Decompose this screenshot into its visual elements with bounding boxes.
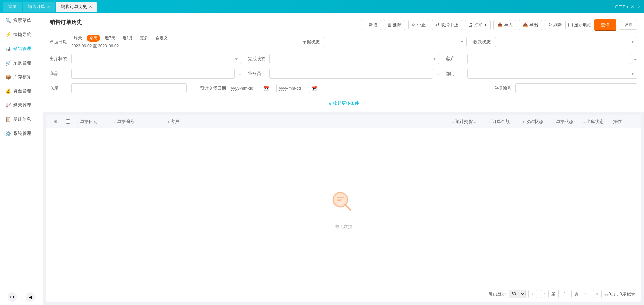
filter-payment-status: 收款状态 ▼ <box>473 37 637 47</box>
svg-rect-4 <box>337 200 341 201</box>
department-select[interactable]: ▼ <box>467 69 637 79</box>
th-number[interactable]: ↕ 单据编号 <box>111 119 165 125</box>
doc-number-input[interactable] <box>515 83 637 93</box>
export-button[interactable]: 📤 导出 <box>519 20 542 30</box>
tab-sales-order[interactable]: 销售订单 ✕ <box>23 2 55 12</box>
next-page-button[interactable]: › <box>582 290 590 298</box>
th-customer[interactable]: ↕ 客户 <box>165 119 449 125</box>
delivery-date-end-icon[interactable]: 📅 <box>311 86 317 91</box>
prev-page-button[interactable]: ‹ <box>540 290 549 298</box>
doc-status-select[interactable]: ▼ <box>324 37 466 47</box>
salesperson-ellipsis[interactable]: ··· <box>436 71 439 76</box>
outbound-status-select[interactable]: ▼ <box>71 54 241 64</box>
settings-button[interactable]: 设置 <box>619 20 637 30</box>
top-bar-close-icon[interactable]: ✕ <box>631 4 634 9</box>
sidebar-item-operations[interactable]: 📈 经营管理 <box>0 98 43 112</box>
table-area: ⚙ ↕ 单据日期 ↕ 单据编号 ↕ 客户 ↕ 预计交货... ↕ 订单金额 <box>46 115 641 302</box>
stop-label: 中止 <box>417 22 426 28</box>
department-arrow: ▼ <box>631 72 634 76</box>
page-word: 第 <box>551 291 556 297</box>
display-toggle-checkbox[interactable] <box>568 23 573 27</box>
svg-rect-3 <box>337 199 342 200</box>
th-outbound-status[interactable]: ↕ 出库状态 <box>580 119 610 125</box>
customer-ellipsis[interactable]: ··· <box>634 56 637 62</box>
sidebar-item-quick-nav[interactable]: ⚡ 快捷导航 <box>0 28 43 42</box>
collapse-bar[interactable]: ∧ 收起更多条件 <box>50 98 637 106</box>
quick-nav-icon: ⚡ <box>5 32 11 37</box>
date-btn-more[interactable]: 更多 <box>137 35 151 42</box>
delivery-date-end[interactable] <box>276 84 310 93</box>
toolbar: + 新增 🗑 删除 ⊘ 中止 ↺ 取消中止 <box>361 19 637 31</box>
th-doc-status[interactable]: ↕ 单据状态 <box>550 119 580 125</box>
delivery-date-start[interactable] <box>229 84 262 93</box>
th-action: 操作 <box>610 119 637 125</box>
stop-button[interactable]: ⊘ 中止 <box>408 20 429 30</box>
sidebar-item-search[interactable]: 🔍 搜索菜单 <box>0 13 43 28</box>
date-label: 单据日期 <box>50 39 69 45</box>
display-toggle[interactable]: 显示明细 <box>568 22 592 28</box>
warehouse-input[interactable] <box>71 83 187 93</box>
print-button[interactable]: 🖨 打印 ▼ <box>465 20 491 30</box>
page-title: 销售订单历史 <box>50 19 82 26</box>
sidebar-item-sales-label: 销售管理 <box>13 46 31 52</box>
tab-sales-history-close[interactable]: ✕ <box>89 5 92 9</box>
delete-button[interactable]: 🗑 删除 <box>384 20 405 30</box>
th-delivery[interactable]: ↕ 预计交货... <box>449 119 486 125</box>
th-settings[interactable]: ⚙ <box>50 119 62 124</box>
date-btn-1month[interactable]: 近1月 <box>120 35 136 42</box>
empty-state: 暂无数据 <box>46 128 641 286</box>
select-all-checkbox[interactable] <box>66 119 70 124</box>
tab-sales-order-close[interactable]: ✕ <box>47 5 50 9</box>
sidebar-settings-icon[interactable]: ⚙ <box>8 292 17 302</box>
sidebar-collapse-icon[interactable]: ◀ <box>26 292 35 302</box>
empty-illustration <box>327 185 360 218</box>
add-button[interactable]: + 新增 <box>361 20 381 30</box>
filter-customer: 客户 ··· <box>446 54 637 64</box>
sidebar-item-purchase[interactable]: 🛒 采购管理 <box>0 56 43 70</box>
page-label: 页 <box>574 291 579 297</box>
customer-input[interactable] <box>467 54 631 64</box>
per-page-select[interactable]: 50 10 20 100 <box>509 290 526 298</box>
th-checkbox[interactable] <box>62 119 74 124</box>
top-bar-brand: OfTEn <box>615 4 628 9</box>
sidebar-item-basic-info[interactable]: 📋 基础信息 <box>0 112 43 126</box>
cancel-stop-button[interactable]: ↺ 取消中止 <box>432 20 462 30</box>
salesperson-input[interactable] <box>269 69 433 79</box>
top-bar-expand-icon[interactable]: ⤢ <box>637 4 641 9</box>
product-ellipsis[interactable]: ··· <box>238 71 241 76</box>
sidebar-item-inventory[interactable]: 📦 库存核算 <box>0 70 43 84</box>
sidebar-item-basic-info-label: 基础信息 <box>13 116 31 122</box>
date-btn-today[interactable]: 今天 <box>87 35 100 42</box>
first-page-button[interactable]: « <box>528 290 537 298</box>
tab-sales-history[interactable]: 销售订单历史 ✕ <box>56 2 97 12</box>
stop-icon: ⊘ <box>412 22 416 27</box>
payment-status-label: 收款状态 <box>473 39 492 45</box>
refresh-button[interactable]: ↻ 刷新 <box>545 20 566 30</box>
th-amount[interactable]: ↕ 订单金额 <box>486 119 520 125</box>
sidebar-item-sales[interactable]: 📊 销售管理 <box>0 42 43 56</box>
filter-delivery-date: 预计交货日期 📅 — 📅 <box>200 84 487 93</box>
import-label: 导入 <box>504 22 513 28</box>
product-input[interactable] <box>71 69 235 79</box>
date-btn-yesterday[interactable]: 昨天 <box>71 35 85 42</box>
sales-icon: 📊 <box>5 46 11 51</box>
date-btn-7days[interactable]: 近7天 <box>102 35 118 42</box>
page-input[interactable] <box>558 290 572 298</box>
import-button[interactable]: 📥 导入 <box>493 20 516 30</box>
date-btn-custom[interactable]: 自定义 <box>153 35 170 42</box>
add-icon: + <box>364 22 367 27</box>
complete-status-label: 完成状态 <box>248 56 267 62</box>
th-payment-status[interactable]: ↕ 收款状态 <box>520 119 550 125</box>
query-button[interactable]: 查询 <box>594 19 616 31</box>
sidebar-item-system[interactable]: ⚙️ 系统管理 <box>0 126 43 141</box>
total-info: 共0页，0条记录 <box>604 291 635 297</box>
last-page-button[interactable]: » <box>593 290 602 298</box>
payment-status-select[interactable]: ▼ <box>495 37 637 47</box>
tab-home[interactable]: 首页 <box>3 2 22 12</box>
delivery-date-start-icon[interactable]: 📅 <box>264 86 269 91</box>
th-date[interactable]: ↕ 单据日期 <box>74 119 111 125</box>
complete-status-select[interactable]: ▼ <box>269 54 439 64</box>
th-amount-label: ↕ 订单金额 <box>489 119 510 125</box>
sidebar-item-finance[interactable]: 💰 资金管理 <box>0 84 43 98</box>
warehouse-ellipsis[interactable]: ··· <box>189 86 193 91</box>
